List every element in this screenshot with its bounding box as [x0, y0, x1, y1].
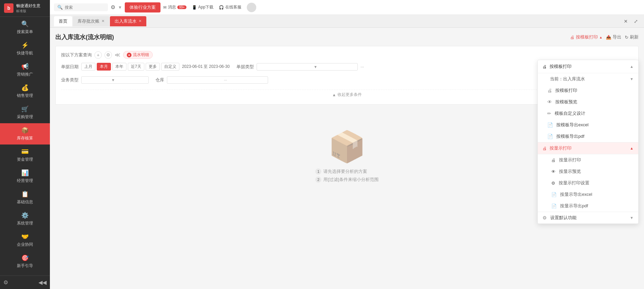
- dropdown-item-set-default[interactable]: ⚙ 设置默认功能 ▼: [538, 212, 638, 224]
- close-window-button[interactable]: ✕: [622, 17, 630, 25]
- voucher-type-arrow: ▼: [314, 65, 317, 69]
- settings-footer-icon[interactable]: ⚙: [3, 279, 8, 286]
- operation-icon: 📊: [21, 169, 29, 177]
- filter-add-button[interactable]: +: [94, 51, 102, 59]
- business-type-label: 业务类型: [61, 77, 79, 83]
- tab-batch[interactable]: 库存批次账 ✕: [73, 16, 109, 26]
- refresh-button[interactable]: ↻ 刷新: [625, 34, 639, 40]
- business-type-select[interactable]: ▼: [81, 76, 149, 84]
- warehouse-select[interactable]: ···: [167, 76, 268, 84]
- sidebar-item-finance[interactable]: 💳 资金管理: [0, 144, 50, 166]
- date-btn-this-month[interactable]: 本月: [97, 63, 111, 71]
- sidebar-item-label: 企业协同: [17, 242, 33, 247]
- system-icon: ⚙️: [21, 212, 29, 219]
- marketing-icon: 📢: [21, 63, 29, 70]
- dropdown-item-template-print[interactable]: 🖨 按模板打印: [538, 85, 638, 96]
- tab-flow[interactable]: 出入库流水 ✕: [110, 16, 146, 26]
- template-print-button[interactable]: 🖨 按模板打印 ▲: [570, 34, 603, 40]
- dropdown-item-display-pdf[interactable]: 📄 按显示导出pdf: [538, 200, 638, 212]
- dropdown-item-template-custom[interactable]: ✏ 模板自定义设计: [538, 108, 638, 119]
- printer-icon: 🖨: [570, 35, 575, 40]
- dropdown-title-text: 按模板打印: [550, 63, 572, 70]
- sidebar-item-system[interactable]: ⚙️ 系统管理: [0, 208, 50, 230]
- set-default-arrow: ▼: [630, 216, 634, 220]
- sidebar-item-collab[interactable]: 🤝 企业协同: [0, 230, 50, 251]
- display-section-arrow[interactable]: ▲: [630, 146, 634, 150]
- dropdown-item-label: 按模板预览: [555, 99, 577, 105]
- set-default-label: 设置默认功能: [550, 215, 577, 221]
- industry-solution-button[interactable]: 体验行业方案: [125, 2, 160, 12]
- app-logo: b 畅捷通好生意 标准版: [0, 0, 50, 17]
- dropdown-item-display-excel[interactable]: 📄 按显示导出excel: [538, 189, 638, 200]
- sidebar-item-marketing[interactable]: 📢 营销推广: [0, 59, 50, 81]
- preview-icon: 👁: [547, 99, 552, 105]
- voucher-type-select[interactable]: ▼: [257, 63, 358, 71]
- window-controls: ✕ ⤢: [622, 17, 640, 25]
- user-avatar[interactable]: [247, 3, 256, 12]
- export-button[interactable]: 📤 导出: [606, 34, 621, 40]
- page-title: 出入库流水(流水明细): [55, 33, 114, 41]
- logo-icon: b: [4, 3, 13, 13]
- phone-icon: 📱: [192, 5, 197, 10]
- tab-flow-close[interactable]: ✕: [139, 19, 142, 23]
- sidebar-item-inventory[interactable]: 📦 库存核算: [0, 123, 50, 144]
- display-printer-icon: 🖨: [543, 146, 547, 151]
- display-pdf-icon: 📄: [551, 204, 557, 209]
- active-filter-tag[interactable]: ● 流水明细: [123, 51, 153, 59]
- dropdown-collapse-arrow[interactable]: ▲: [630, 64, 634, 69]
- date-btn-this-year[interactable]: 本年: [112, 63, 126, 71]
- maximize-window-button[interactable]: ⤢: [632, 17, 640, 25]
- dropdown-item-template-excel[interactable]: 📄 按模板导出excel: [538, 119, 638, 131]
- sidebar-item-search[interactable]: 🔍 搜索菜单: [0, 17, 50, 38]
- pdf-icon: 📄: [547, 134, 553, 139]
- warehouse-arrow: ···: [224, 78, 227, 82]
- dropdown-item-label: 模板自定义设计: [555, 110, 585, 116]
- sidebar-item-sales[interactable]: 💰 销售管理: [0, 81, 50, 102]
- sidebar-item-shortcut[interactable]: ⚡ 快捷导航: [0, 38, 50, 59]
- sidebar-item-appstore[interactable]: 🏪 应用中心: [0, 272, 50, 275]
- basic-icon: 📋: [21, 190, 29, 198]
- dropdown-sub-item-label: 按显示预览: [559, 168, 581, 175]
- business-type-field: 业务类型 ▼: [61, 76, 149, 84]
- date-btn-last-month[interactable]: 上月: [81, 63, 95, 71]
- sidebar-item-label: 采购管理: [17, 114, 33, 120]
- topbar-search-box[interactable]: 🔍: [54, 3, 108, 11]
- dropdown-item-template-pdf[interactable]: 📄 按模板导出pdf: [538, 131, 638, 142]
- date-btn-custom[interactable]: 自定义: [161, 63, 179, 71]
- sidebar-item-label: 系统管理: [17, 220, 33, 226]
- tab-batch-close[interactable]: ✕: [101, 19, 105, 23]
- dropdown-header: 🖨 按模板打印 ▲: [538, 60, 638, 73]
- sidebar-item-basic[interactable]: 📋 基础信息: [0, 187, 50, 208]
- dropdown-item-label: 按模板打印: [555, 87, 577, 94]
- collapse-sidebar-icon[interactable]: ◀◀: [38, 279, 47, 286]
- date-btn-more[interactable]: 更多: [146, 63, 160, 71]
- sidebar-item-guide[interactable]: 🎯 新手引导: [0, 251, 50, 272]
- filter-collapse-button[interactable]: ≪: [115, 52, 120, 58]
- dropdown-item-display-settings[interactable]: ⚙ 按显示打印设置: [538, 177, 638, 189]
- voucher-type-more[interactable]: ···: [360, 64, 364, 69]
- page-header-actions: 🖨 按模板打印 ▲ 📤 导出 ↻ 刷新: [570, 34, 639, 40]
- filter-settings-button[interactable]: ⚙: [105, 51, 112, 59]
- topbar-dropdown-icon[interactable]: ▼: [118, 5, 122, 10]
- sidebar-item-operation[interactable]: 📊 经营管理: [0, 166, 50, 187]
- tab-home[interactable]: 首页: [54, 16, 72, 26]
- page-header: 出入库流水(流水明细) 🖨 按模板打印 ▲ 📤 导出 ↻ 刷新: [55, 33, 639, 41]
- dropdown-item-template-preview[interactable]: 👁 按模板预览: [538, 96, 638, 108]
- message-button[interactable]: ✉ 消息 99+: [163, 4, 186, 10]
- dropdown-item-display-preview[interactable]: 👁 按显示预览: [538, 166, 638, 177]
- current-label: 当前：出入库流水: [550, 76, 585, 82]
- voucher-type-label: 单据类型: [236, 64, 254, 70]
- search-input[interactable]: [65, 5, 98, 10]
- dropdown-sub-item-label: 按显示打印设置: [559, 180, 589, 186]
- date-btn-7days[interactable]: 近7天: [128, 63, 144, 71]
- app-download-button[interactable]: 📱 App下载: [192, 4, 213, 10]
- printer-sub-icon: 🖨: [547, 88, 552, 93]
- logo-text: 畅捷通好生意 标准版: [16, 3, 40, 13]
- dropdown-item-display-print[interactable]: 🖨 按显示打印: [538, 154, 638, 166]
- sidebar-item-purchase[interactable]: 🛒 采购管理: [0, 102, 50, 123]
- topbar-settings-icon[interactable]: ⚙: [111, 4, 115, 10]
- sidebar-footer: ⚙ ◀◀: [0, 275, 50, 289]
- sidebar-item-label: 搜索菜单: [17, 29, 33, 35]
- dropdown-item-label: 按模板导出excel: [556, 122, 588, 128]
- online-service-button[interactable]: 🎧 在线客服: [219, 4, 241, 10]
